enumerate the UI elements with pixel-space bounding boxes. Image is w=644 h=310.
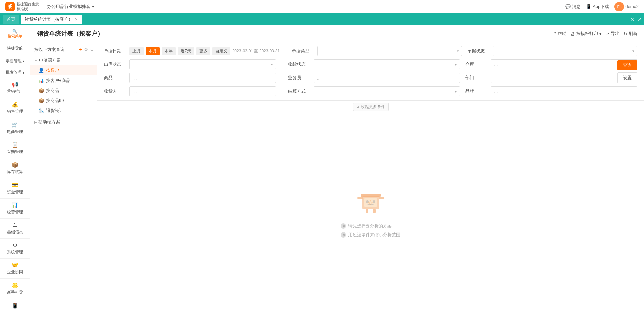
user-profile[interactable]: Ea demo2 <box>614 2 639 11</box>
empty-tip-2: ② 用过滤条件来缩小分析范围 <box>341 230 400 239</box>
chevron-down-icon: ▾ <box>92 4 94 9</box>
date-btn-more[interactable]: 更多 <box>196 47 210 55</box>
sidebar-item-operations[interactable]: 📊 经营管理 <box>0 199 30 219</box>
svg-rect-8 <box>379 197 384 199</box>
scheme-panel: 按以下方案查询 + ⚙ « ▼ 电脑端方案 👤 按客户 <box>30 42 97 310</box>
goods-icon: 📦 <box>38 88 44 93</box>
system-icon: ⚙ <box>13 242 17 248</box>
help-icon: ? <box>554 31 556 36</box>
sidebar-quick-nav[interactable]: 快捷导航 <box>0 42 30 55</box>
collapse-more-conditions-button[interactable]: ∧ 收起更多条件 <box>353 103 389 111</box>
settings-button[interactable]: 设置 <box>617 72 637 83</box>
date-btn-last-month[interactable]: 上月 <box>129 47 144 55</box>
scheme-settings-button[interactable]: ⚙ <box>84 47 88 53</box>
svg-rect-2 <box>364 198 377 207</box>
sidebar-item-marketing[interactable]: 📢 营销推广 <box>0 78 30 98</box>
payment-select[interactable]: ▾ <box>314 86 460 96</box>
date-btn-custom[interactable]: 自定义 <box>212 47 230 55</box>
warehouse-select[interactable]: … <box>491 59 637 69</box>
tab-maximize-icon[interactable]: ⤢ <box>637 16 641 23</box>
doc-type-select[interactable]: ▾ <box>317 46 462 56</box>
sidebar-item-enterprise[interactable]: 🤝 企业协同 <box>0 259 30 279</box>
collapse-bar: ∧ 收起更多条件 <box>97 101 644 113</box>
empty-tip-1: ① 请先选择要分析的方案 <box>341 222 400 230</box>
finance-icon: 💳 <box>12 182 18 188</box>
date-btn-last-7[interactable]: 近7天 <box>178 47 194 55</box>
refresh-button[interactable]: ↻ 刷新 <box>624 31 637 37</box>
receiver-select[interactable]: … <box>129 86 276 96</box>
operations-icon: 📊 <box>12 202 18 208</box>
scheme-mobile-group-header[interactable]: ▶ 移动端方案 <box>30 117 97 127</box>
enterprise-icon: 🤝 <box>12 262 18 268</box>
out-status-select[interactable]: ▾ <box>129 59 276 69</box>
sidebar-item-guide[interactable]: 🌟 新手引导 <box>0 279 30 299</box>
scheme-panel-header: 按以下方案查询 + ⚙ « <box>30 45 97 55</box>
scheme-collapse-button[interactable]: « <box>90 47 93 53</box>
chevron-up-icon: ▴ <box>23 71 24 74</box>
doc-status-select[interactable]: ▾ <box>493 46 637 56</box>
sidebar-item-system[interactable]: ⚙ 系统管理 <box>0 239 30 259</box>
help-button[interactable]: ? 帮助 <box>554 31 567 37</box>
scheme-desktop-group: ▼ 电脑端方案 👤 按客户 📊 按客户+商品 📦 按商品 <box>30 55 97 116</box>
sidebar-item-purchase[interactable]: 📋 采购管理 <box>0 138 30 158</box>
date-btn-this-month[interactable]: 本月 <box>146 47 160 55</box>
logo-area: 畅 畅捷通好生意 标准版 <box>5 2 39 11</box>
department-select[interactable]: ▾ <box>491 73 637 83</box>
sidebar-item-basic[interactable]: 🗂 基础信息 <box>0 219 30 239</box>
goods-select[interactable]: … <box>129 73 276 83</box>
collapse-up-icon: ∧ <box>357 105 360 109</box>
svg-rect-7 <box>357 197 363 199</box>
return-stats-icon: 📉 <box>38 108 44 113</box>
date-range-display: 2023-03-01 至 2023-03-31 <box>232 48 280 54</box>
scheme-item-by-customer[interactable]: 👤 按客户 <box>30 65 97 75</box>
sidebar-item-inventory[interactable]: 📦 库存核算 <box>0 158 30 178</box>
sales-icon: 💰 <box>12 101 18 108</box>
filter-row-1: 单据日期 上月 本月 本年 近7天 更多 自定义 2023-03-01 至 20… <box>104 46 637 56</box>
app-download-button[interactable]: 📱 App下载 <box>586 4 609 10</box>
chevron-down-icon: ▾ <box>271 62 273 67</box>
sidebar-item-sales[interactable]: 💰 销售管理 <box>0 98 30 118</box>
svg-rect-1 <box>361 194 381 197</box>
scheme-item-by-goods[interactable]: 📦 按商品 <box>30 86 97 96</box>
tab-close-icon[interactable]: ✕ <box>75 17 78 22</box>
sidebar-item-retail[interactable]: 零售管理 ▾ <box>0 55 30 66</box>
sidebar-search[interactable]: 🔍 搜索菜单 <box>0 25 30 42</box>
query-button[interactable]: 查询 <box>617 60 637 70</box>
top-bar: 畅 畅捷通好生意 标准版 办公用品行业模拟账套 ▾ 💬 消息 📱 App下载 E… <box>0 0 644 13</box>
customer-goods-icon: 📊 <box>38 78 44 83</box>
scheme-item-customer-goods[interactable]: 📊 按客户+商品 <box>30 75 97 86</box>
date-btn-this-year[interactable]: 本年 <box>162 47 176 55</box>
purchase-icon: 📋 <box>12 142 18 148</box>
brand-select[interactable]: … <box>491 86 637 96</box>
search-icon: 🔍 <box>12 29 17 34</box>
company-selector[interactable]: 办公用品行业模拟账套 ▾ <box>47 4 94 10</box>
scheme-item-return-stats[interactable]: 📉 退货统计 <box>30 106 97 116</box>
refresh-icon: ↻ <box>624 31 627 36</box>
guide-icon: 🌟 <box>12 282 18 289</box>
inventory-icon: 📦 <box>12 162 18 168</box>
scheme-desktop-group-header[interactable]: ▼ 电脑端方案 <box>30 55 97 65</box>
logo-text: 畅捷通好生意 标准版 <box>17 2 39 11</box>
print-button[interactable]: 🖨 按模板打印 ▾ <box>571 31 602 37</box>
sidebar-item-wholesale[interactable]: 批发管理 ▴ <box>0 66 30 78</box>
logo-icon: 畅 <box>5 2 15 11</box>
chevron-down-icon: ▾ <box>455 89 457 94</box>
tab-home[interactable]: 首页 <box>3 15 19 24</box>
receipt-status-select[interactable]: ▾ <box>314 59 460 69</box>
content-area: 销货单统计表（按客户） ? 帮助 🖨 按模板打印 ▾ ↗ 导出 ↻ 刷新 <box>30 25 644 310</box>
scheme-item-by-goods-99[interactable]: 📦 按商品99 <box>30 96 97 106</box>
sidebar-item-app-center[interactable]: 📱 应用中心 <box>0 299 30 310</box>
scheme-add-button[interactable]: + <box>79 47 82 53</box>
chevron-down-icon: ▾ <box>455 62 457 67</box>
top-bar-left: 畅 畅捷通好生意 标准版 办公用品行业模拟账套 ▾ <box>5 2 94 11</box>
sidebar-item-ecommerce[interactable]: 🛒 电商管理 <box>0 118 30 138</box>
export-button[interactable]: ↗ 导出 <box>606 31 620 37</box>
salesperson-select[interactable]: … <box>314 73 460 83</box>
tab-sales-stats[interactable]: 销货单统计表（按客户） ✕ <box>21 15 82 24</box>
sidebar-item-finance[interactable]: 💳 资金管理 <box>0 178 30 199</box>
sidebar: 🔍 搜索菜单 快捷导航 零售管理 ▾ 批发管理 ▴ 📢 营销推广 💰 销售管理 … <box>0 25 30 310</box>
tab-close-window-icon[interactable]: ✕ <box>630 16 634 23</box>
message-button[interactable]: 💬 消息 <box>565 4 581 10</box>
empty-tips: ① 请先选择要分析的方案 ② 用过滤条件来缩小分析范围 <box>341 222 400 239</box>
message-icon: 💬 <box>565 4 571 9</box>
